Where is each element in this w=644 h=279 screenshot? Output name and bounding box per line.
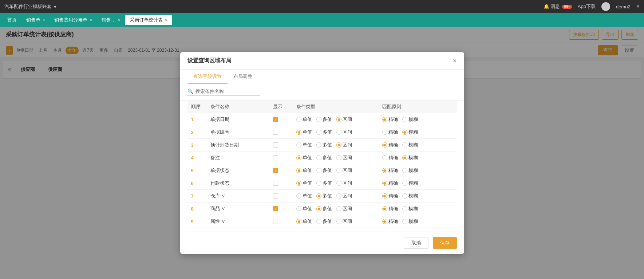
match-radio-circle[interactable]: [382, 168, 387, 173]
radio-circle[interactable]: [316, 181, 321, 186]
match-radio-circle[interactable]: [402, 130, 407, 135]
match-radio-item[interactable]: 模糊: [402, 193, 418, 199]
match-cell[interactable]: 精确模糊: [379, 190, 457, 203]
match-radio-item[interactable]: 精确: [382, 167, 398, 174]
type-radio-item[interactable]: 单值: [296, 180, 312, 186]
radio-circle[interactable]: [316, 219, 321, 224]
radio-circle[interactable]: [296, 206, 301, 211]
radio-circle[interactable]: [316, 206, 321, 211]
type-radio-item[interactable]: 多值: [316, 154, 332, 161]
radio-circle[interactable]: [296, 142, 301, 148]
match-cell[interactable]: 精确模糊: [379, 113, 457, 126]
type-radio-item[interactable]: 区间: [336, 193, 352, 199]
tab-sales-expense-close[interactable]: ×: [90, 18, 92, 22]
radio-circle[interactable]: [296, 193, 301, 199]
display-checkbox[interactable]: [273, 206, 278, 211]
type-radio-item[interactable]: 多值: [316, 205, 332, 212]
dialog-tab-layout[interactable]: 布局调整: [228, 70, 258, 84]
type-radio-item[interactable]: 多值: [316, 116, 332, 123]
tab-sales-other-close[interactable]: ×: [118, 18, 120, 22]
display-cell[interactable]: [269, 139, 293, 152]
radio-circle[interactable]: [316, 168, 321, 173]
type-cell[interactable]: 单值多值区间: [293, 203, 379, 215]
match-radio-item[interactable]: 精确: [382, 218, 398, 225]
type-radio-item[interactable]: 单值: [296, 116, 312, 123]
display-cell[interactable]: [269, 203, 293, 215]
type-cell[interactable]: 单值多值区间: [293, 113, 379, 126]
match-radio-item[interactable]: 模糊: [402, 129, 418, 135]
tab-purchase-stats[interactable]: 采购订单统计表 ×: [125, 15, 171, 25]
topbar-close-button[interactable]: ×: [636, 3, 640, 10]
display-checkbox[interactable]: [273, 117, 278, 122]
match-radio-item[interactable]: 精确: [382, 193, 398, 199]
match-radio-circle[interactable]: [402, 142, 407, 148]
type-cell[interactable]: 单值多值区间: [293, 126, 379, 139]
display-cell[interactable]: [269, 215, 293, 228]
display-checkbox[interactable]: [273, 130, 278, 135]
display-checkbox[interactable]: [273, 181, 278, 186]
match-radio-item[interactable]: 精确: [382, 116, 398, 123]
type-radio-item[interactable]: 多值: [316, 180, 332, 186]
match-radio-circle[interactable]: [402, 155, 407, 160]
display-cell[interactable]: [269, 113, 293, 126]
radio-circle[interactable]: [336, 206, 341, 211]
save-button[interactable]: 保存: [433, 237, 457, 249]
radio-circle[interactable]: [296, 219, 301, 224]
display-checkbox[interactable]: [273, 155, 278, 160]
match-radio-circle[interactable]: [402, 168, 407, 173]
display-cell[interactable]: [269, 177, 293, 190]
type-radio-item[interactable]: 区间: [336, 218, 352, 225]
tab-purchase-stats-close[interactable]: ×: [165, 18, 167, 22]
radio-circle[interactable]: [336, 142, 341, 148]
match-cell[interactable]: 精确模糊: [379, 139, 457, 152]
match-radio-circle[interactable]: [402, 193, 407, 199]
tab-sales[interactable]: 销售单 ×: [22, 15, 49, 25]
radio-circle[interactable]: [316, 142, 321, 148]
type-cell[interactable]: 单值多值区间: [293, 190, 379, 203]
match-radio-item[interactable]: 精确: [382, 154, 398, 161]
display-cell[interactable]: [269, 126, 293, 139]
search-input[interactable]: [195, 89, 254, 94]
app-download[interactable]: App下载: [578, 3, 596, 10]
radio-circle[interactable]: [316, 155, 321, 160]
type-cell[interactable]: 单值多值区间: [293, 152, 379, 164]
match-cell[interactable]: 精确模糊: [379, 126, 457, 139]
display-checkbox[interactable]: [273, 168, 278, 173]
dialog-close-button[interactable]: ×: [453, 58, 457, 64]
type-radio-item[interactable]: 区间: [336, 116, 352, 123]
tab-home[interactable]: 首页: [3, 15, 21, 25]
type-radio-item[interactable]: 多值: [316, 167, 332, 174]
type-radio-item[interactable]: 单值: [296, 154, 312, 161]
match-radio-item[interactable]: 精确: [382, 129, 398, 135]
match-radio-item[interactable]: 模糊: [402, 142, 418, 148]
match-radio-item[interactable]: 精确: [382, 205, 398, 212]
display-cell[interactable]: [269, 190, 293, 203]
display-checkbox[interactable]: [273, 193, 278, 199]
match-cell[interactable]: 精确模糊: [379, 152, 457, 164]
match-radio-circle[interactable]: [402, 206, 407, 211]
match-radio-item[interactable]: 模糊: [402, 205, 418, 212]
type-radio-item[interactable]: 区间: [336, 142, 352, 148]
radio-circle[interactable]: [336, 219, 341, 224]
match-cell[interactable]: 精确模糊: [379, 203, 457, 215]
match-radio-circle[interactable]: [382, 193, 387, 199]
match-radio-circle[interactable]: [402, 117, 407, 122]
radio-circle[interactable]: [336, 130, 341, 135]
radio-circle[interactable]: [336, 168, 341, 173]
radio-circle[interactable]: [296, 117, 301, 122]
match-radio-item[interactable]: 精确: [382, 180, 398, 186]
match-radio-circle[interactable]: [402, 219, 407, 224]
type-radio-item[interactable]: 区间: [336, 167, 352, 174]
radio-circle[interactable]: [336, 117, 341, 122]
type-radio-item[interactable]: 单值: [296, 218, 312, 225]
type-radio-item[interactable]: 单值: [296, 142, 312, 148]
display-checkbox[interactable]: [273, 142, 278, 148]
type-cell[interactable]: 单值多值区间: [293, 177, 379, 190]
type-radio-item[interactable]: 多值: [316, 129, 332, 135]
cancel-button[interactable]: 取消: [404, 237, 428, 249]
match-cell[interactable]: 精确模糊: [379, 228, 457, 232]
radio-circle[interactable]: [296, 168, 301, 173]
radio-circle[interactable]: [296, 181, 301, 186]
type-radio-item[interactable]: 区间: [336, 205, 352, 212]
display-cell[interactable]: [269, 228, 293, 232]
